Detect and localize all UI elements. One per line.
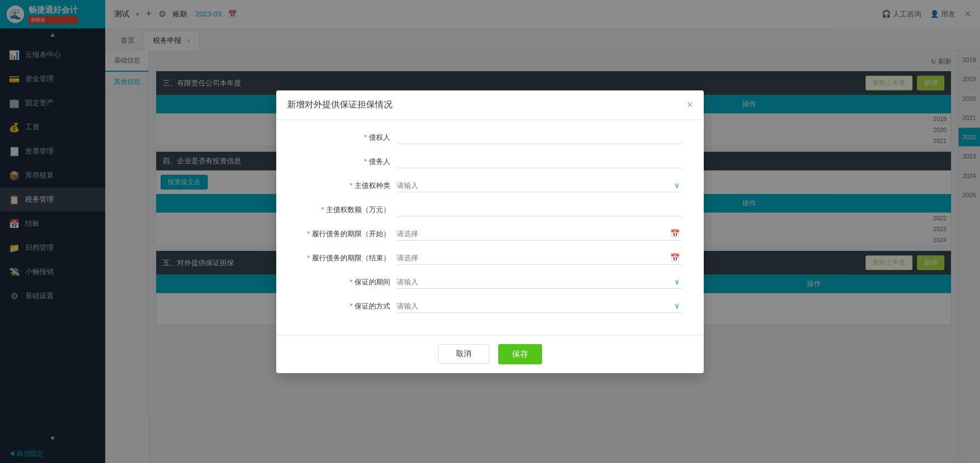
form-row-period-end: * 履行债务的期限（结束） 📅	[298, 251, 682, 265]
period-end-cal-icon[interactable]: 📅	[668, 253, 682, 262]
select-claim-type[interactable]: ∨	[397, 179, 682, 192]
period-start-input[interactable]	[397, 227, 668, 240]
label-claim-type: * 主债权种类	[298, 181, 397, 191]
form-row-claim-type: * 主债权种类 ∨	[298, 179, 682, 192]
modal-overlay: 新增对外提供保证担保情况 × * 债权人 * 债务人	[0, 0, 980, 463]
guarantee-period-arrow[interactable]: ∨	[672, 277, 682, 286]
claim-type-input[interactable]	[397, 179, 672, 192]
guarantee-period-input[interactable]	[397, 276, 672, 288]
label-claim-amount: * 主债权数额（万元）	[298, 205, 397, 215]
form-row-claim-amount: * 主债权数额（万元）	[298, 203, 682, 216]
dialog: 新增对外提供保证担保情况 × * 债权人 * 债务人	[276, 90, 704, 373]
period-end-input[interactable]	[397, 251, 668, 264]
form-row-guarantee-method: * 保证的方式 ∨	[298, 300, 682, 313]
dialog-close-btn[interactable]: ×	[687, 100, 693, 110]
form-row-debtor: * 债务人	[298, 155, 682, 168]
label-guarantee-period: * 保证的期间	[298, 277, 397, 287]
dialog-footer: 取消 保存	[276, 335, 704, 373]
guarantee-method-arrow[interactable]: ∨	[672, 301, 682, 310]
form-row-period-start: * 履行债务的期限（开始） 📅	[298, 227, 682, 241]
select-guarantee-method[interactable]: ∨	[397, 300, 682, 313]
date-period-start[interactable]: 📅	[397, 227, 682, 241]
select-guarantee-period[interactable]: ∨	[397, 276, 682, 289]
dialog-title: 新增对外提供保证担保情况	[287, 99, 392, 111]
dialog-header: 新增对外提供保证担保情况 ×	[276, 90, 704, 120]
cancel-btn[interactable]: 取消	[438, 344, 489, 364]
input-claim-amount[interactable]	[397, 203, 682, 216]
claim-type-arrow[interactable]: ∨	[672, 181, 682, 190]
label-creditor: * 债权人	[298, 133, 397, 142]
guarantee-method-input[interactable]	[397, 300, 672, 312]
input-creditor[interactable]	[397, 131, 682, 144]
label-period-end: * 履行债务的期限（结束）	[298, 253, 397, 263]
period-start-cal-icon[interactable]: 📅	[668, 229, 682, 238]
dialog-body: * 债权人 * 债务人 * 主债权种类	[276, 120, 704, 335]
label-debtor: * 债务人	[298, 157, 397, 167]
label-guarantee-method: * 保证的方式	[298, 301, 397, 311]
save-btn[interactable]: 保存	[498, 344, 542, 364]
input-debtor[interactable]	[397, 155, 682, 168]
form-row-guarantee-period: * 保证的期间 ∨	[298, 276, 682, 289]
form-row-creditor: * 债权人	[298, 131, 682, 144]
date-period-end[interactable]: 📅	[397, 251, 682, 265]
label-period-start: * 履行债务的期限（开始）	[298, 229, 397, 239]
